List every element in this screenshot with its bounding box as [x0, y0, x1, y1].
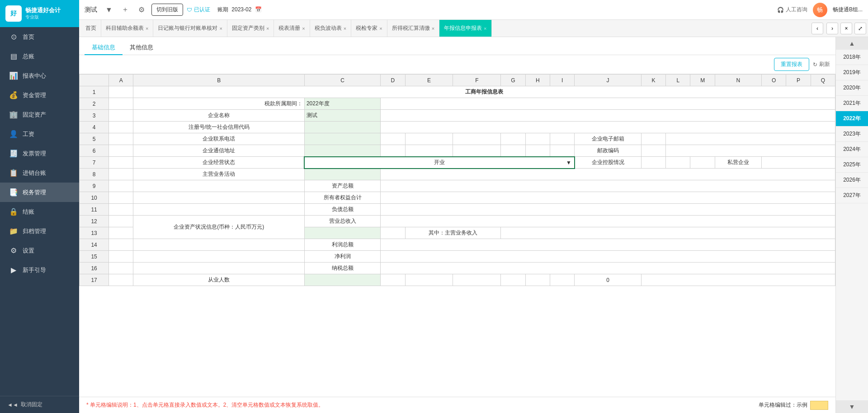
cell-6f[interactable]	[453, 145, 501, 157]
year-item-2025[interactable]: 2025年	[836, 157, 868, 173]
add-button[interactable]: ＋	[119, 4, 132, 16]
cell-17f[interactable]	[453, 274, 501, 286]
cell-9c[interactable]: 资产总额	[304, 180, 380, 192]
cell-8rest[interactable]	[381, 169, 835, 180]
tab-close-icon[interactable]: ×	[219, 26, 222, 31]
year-item-2019[interactable]: 2019年	[836, 65, 868, 80]
cell-13e[interactable]: 其中：主营业务收入	[405, 227, 501, 239]
col-header-o[interactable]: O	[761, 75, 786, 86]
col-header-p[interactable]: P	[786, 75, 811, 86]
cell-12a[interactable]	[109, 216, 133, 227]
user-avatar[interactable]: 畅	[813, 3, 827, 17]
cell-7b[interactable]: 企业经营状态	[133, 157, 304, 169]
year-item-2020[interactable]: 2020年	[836, 80, 868, 96]
col-header-l[interactable]: L	[666, 75, 690, 86]
cell-4rest[interactable]	[381, 122, 835, 133]
cell-5h[interactable]	[525, 133, 550, 145]
tab-income-tax[interactable]: 所得税汇算清缴 ×	[387, 20, 439, 37]
cell-13rest[interactable]	[501, 227, 835, 239]
cell-16c[interactable]: 纳税总额	[304, 263, 380, 274]
cell-17g[interactable]	[501, 274, 525, 286]
cell-6rest[interactable]	[666, 145, 835, 157]
cell-4a[interactable]	[109, 122, 133, 133]
year-up-button[interactable]: ▲	[836, 37, 868, 50]
cell-11c[interactable]: 负债总额	[304, 204, 380, 216]
col-header-c[interactable]: C	[304, 75, 380, 86]
col-header-q[interactable]: Q	[811, 75, 835, 86]
cell-10a[interactable]	[109, 192, 133, 204]
col-header-j[interactable]: J	[575, 75, 642, 86]
cell-17rest[interactable]	[641, 274, 835, 286]
sidebar-item-ledger[interactable]: ▤ 总账	[0, 47, 79, 66]
col-header-k[interactable]: K	[641, 75, 665, 86]
cell-11a[interactable]	[109, 204, 133, 216]
cell-5i[interactable]	[550, 133, 575, 145]
cell-4c[interactable]	[304, 122, 380, 133]
spreadsheet-container[interactable]: A B C D E F G H I J K L M	[79, 74, 835, 397]
cell-13c[interactable]	[304, 227, 380, 239]
switch-version-button[interactable]: 切到旧版	[151, 4, 183, 16]
cell-5g[interactable]	[501, 133, 525, 145]
cell-16a[interactable]	[109, 263, 133, 274]
year-item-2018[interactable]: 2018年	[836, 50, 868, 65]
col-header-e[interactable]: E	[405, 75, 453, 86]
tab-tax-fluctuation[interactable]: 税负波动表 ×	[310, 20, 351, 37]
cell-7m[interactable]	[690, 157, 715, 169]
sidebar-item-invoice[interactable]: 🧾 发票管理	[0, 144, 79, 163]
tab-expand-button[interactable]: ⤢	[854, 23, 866, 34]
cell-7c-dropdown[interactable]: 开业 ▼	[304, 157, 574, 169]
cell-12c[interactable]: 营业总收入	[304, 216, 380, 227]
year-item-2021[interactable]: 2021年	[836, 96, 868, 111]
subtab-basic[interactable]: 基础信息	[85, 41, 123, 55]
year-item-2023[interactable]: 2023年	[836, 127, 868, 142]
cell-9a[interactable]	[109, 180, 133, 192]
sidebar-item-payroll[interactable]: 👤 工资	[0, 124, 79, 144]
cell-3rest[interactable]	[381, 110, 835, 122]
subtab-other[interactable]: 其他信息	[123, 41, 160, 55]
cell-8c[interactable]	[304, 169, 380, 180]
cell-6b[interactable]: 企业通信地址	[133, 145, 304, 157]
cell-15rest[interactable]	[381, 251, 835, 263]
tab-aux-balance[interactable]: 科目辅助余额表 ×	[101, 20, 153, 37]
sidebar-item-fixed-assets[interactable]: 🏢 固定资产	[0, 105, 79, 124]
sidebar-item-capital[interactable]: 💰 资金管理	[0, 85, 79, 105]
refresh-button[interactable]: ↻ 刷新	[813, 61, 830, 68]
cell-5e[interactable]	[405, 133, 453, 145]
cell-7k[interactable]	[641, 157, 665, 169]
cell-10rest[interactable]	[381, 192, 835, 204]
cell-17a[interactable]	[109, 274, 133, 286]
cell-14c[interactable]: 利润总额	[304, 239, 380, 251]
col-header-h[interactable]: H	[525, 75, 550, 86]
cell-13d[interactable]	[381, 227, 405, 239]
sidebar-item-purchase-sales[interactable]: 📋 进销台账	[0, 163, 79, 183]
cell-4b[interactable]: 注册号/统一社会信用代码	[133, 122, 304, 133]
tab-close-icon[interactable]: ×	[266, 26, 269, 31]
cell-17h[interactable]	[525, 274, 550, 286]
cell-8b[interactable]: 主营业务活动	[133, 169, 304, 180]
cell-17j[interactable]: 0	[575, 274, 642, 286]
tab-annual-report[interactable]: 年报信息申报表 ×	[439, 20, 491, 37]
year-item-2024[interactable]: 2024年	[836, 142, 868, 157]
cell-2a[interactable]	[109, 98, 133, 110]
cell-5f[interactable]	[453, 133, 501, 145]
cell-3a[interactable]	[109, 110, 133, 122]
sidebar-item-settings[interactable]: ⚙ 设置	[0, 241, 79, 260]
cell-5d[interactable]	[381, 133, 405, 145]
col-header-n[interactable]: N	[715, 75, 761, 86]
col-header-a[interactable]: A	[109, 75, 133, 86]
year-down-button[interactable]: ▼	[836, 400, 868, 413]
cell-5a[interactable]	[109, 133, 133, 145]
cell-3b[interactable]: 企业名称	[133, 110, 304, 122]
cell-9rest[interactable]	[381, 180, 835, 192]
cell-6d[interactable]	[381, 145, 405, 157]
cell-11rest[interactable]	[381, 204, 835, 216]
cell-7j[interactable]: 企业控股情况	[575, 157, 642, 169]
tab-tax-expert[interactable]: 税检专家 ×	[351, 20, 387, 37]
col-header-b[interactable]: B	[133, 75, 304, 86]
tab-fixed-asset-type[interactable]: 固定资产类别 ×	[227, 20, 274, 37]
cell-10b[interactable]	[133, 192, 304, 204]
cell-17b[interactable]: 从业人数	[133, 274, 304, 286]
sidebar-item-home[interactable]: ⊙ 首页	[0, 27, 79, 47]
year-item-2026[interactable]: 2026年	[836, 173, 868, 188]
cell-17d[interactable]	[381, 274, 405, 286]
